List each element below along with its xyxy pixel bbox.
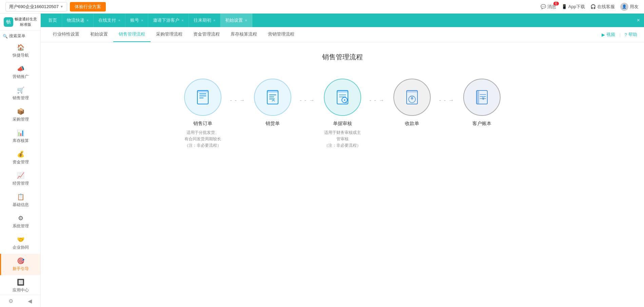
top-bar-right: 💬 消息 6 📱 App下载 🎧 在线客服 👤 用友	[541, 3, 639, 11]
sub-tab-finance-flow-label: 资金管理流程	[193, 32, 220, 37]
main-layout: 畅 畅捷通好生意 标准版 🔍 搜索菜单 🏠 快捷导航 📣 营销推广 🛒 销售管理	[0, 14, 644, 307]
sub-tab-sales-flow[interactable]: 销售管理流程	[113, 27, 151, 42]
tab-account-close[interactable]: ×	[141, 18, 143, 22]
svg-rect-6	[268, 91, 278, 93]
search-menu-button[interactable]: 🔍 搜索菜单	[0, 30, 40, 40]
tab-initial-balance[interactable]: 往来期初 ×	[189, 14, 220, 27]
app-download-label: App下载	[568, 4, 585, 10]
tab-logistics-close[interactable]: ×	[86, 18, 89, 22]
help-label: 帮助	[628, 32, 637, 38]
step-name-audit: 单据审核	[333, 121, 352, 127]
search-icon: 🔍	[3, 34, 8, 39]
tab-initial-balance-label: 往来期初	[194, 17, 211, 23]
sidebar-item-label: 快捷导航	[13, 53, 29, 58]
sidebar-items: 🏠 快捷导航 📣 营销推广 🛒 销售管理 📦 采购管理 📊 库存核算 💰	[0, 40, 40, 295]
sub-tab-purchase-flow[interactable]: 采购管理流程	[151, 27, 188, 42]
sidebar-item-label: 系统管理	[13, 223, 29, 229]
sub-tab-industry-label: 行业特性设置	[53, 32, 79, 37]
sidebar-item-marketing[interactable]: 📣 营销推广	[0, 62, 40, 83]
help-icon: ?	[625, 32, 627, 37]
account-book-icon: ¥	[473, 88, 491, 106]
sub-tab-purchase-flow-label: 采购管理流程	[156, 32, 182, 37]
app-download-button[interactable]: 📱 App下载	[562, 4, 585, 10]
sub-tabs: 行业特性设置 初始设置 销售管理流程 采购管理流程 资金管理流程 库存核算流程	[41, 27, 644, 42]
tab-initial-setup-label: 初始设置	[225, 17, 243, 23]
flow-area: 销售管理流程 销售订单	[41, 42, 644, 159]
sidebar-item-system[interactable]: ⚙ 系统管理	[0, 211, 40, 232]
sub-tab-inventory-flow[interactable]: 库存核算流程	[225, 27, 262, 42]
sidebar-item-app-center[interactable]: 🔲 应用中心	[0, 275, 40, 295]
tab-initial-setup[interactable]: 初始设置 ×	[220, 14, 252, 27]
sidebar-item-finance[interactable]: 💰 资金管理	[0, 147, 40, 168]
guide-icon: 🎯	[17, 257, 24, 265]
video-icon: ▶	[602, 32, 605, 37]
sidebar-item-basic-info[interactable]: 📋 基础信息	[0, 190, 40, 211]
flow-step-sales-order[interactable]: 销售订单 适用于分批发货、有合同发货周期较长（注：非必要流程）	[172, 79, 233, 149]
svg-rect-4	[198, 91, 208, 93]
tab-payment[interactable]: 在线支付 ×	[94, 14, 125, 27]
online-service-button[interactable]: 🎧 在线客服	[590, 4, 615, 10]
flow-title: 销售管理流程	[322, 53, 363, 62]
sidebar-item-inventory[interactable]: 📊 库存核算	[0, 126, 40, 147]
flow-steps: 销售订单 适用于分批发货、有合同发货周期较长（注：非必要流程） - - →	[54, 79, 630, 149]
sidebar-item-shortcuts[interactable]: 🏠 快捷导航	[0, 40, 40, 62]
sub-tab-marketing-flow[interactable]: 营销管理流程	[262, 27, 300, 42]
system-icon: ⚙	[18, 214, 23, 222]
search-label: 搜索菜单	[9, 33, 25, 39]
trial-button[interactable]: 体验行业方案	[70, 2, 106, 12]
sidebar-item-sales[interactable]: 🛒 销售管理	[0, 83, 40, 104]
online-service-label: 在线客服	[597, 4, 615, 10]
flow-step-audit[interactable]: 单据审核 适用于财务审核或主管审核（注：非必要流程）	[312, 79, 373, 149]
flow-step-delivery[interactable]: 销货单	[242, 79, 303, 129]
sub-tab-industry[interactable]: 行业特性设置	[47, 27, 85, 42]
sub-tab-inventory-flow-label: 库存核算流程	[231, 32, 257, 37]
marketing-icon: 📣	[17, 65, 24, 73]
collapse-icon[interactable]: ◀	[28, 298, 32, 304]
finance-icon: 💰	[17, 150, 24, 158]
sidebar-item-purchase[interactable]: 📦 采购管理	[0, 104, 40, 126]
tab-initial-setup-close[interactable]: ×	[245, 18, 247, 22]
sidebar-item-label: 企业协同	[13, 245, 29, 250]
svg-rect-19	[407, 91, 417, 93]
close-all-tabs-button[interactable]: ×	[637, 17, 640, 23]
sidebar-bottom: ⚙ ◀	[0, 295, 40, 307]
tab-home[interactable]: 首页	[43, 14, 62, 27]
sidebar-item-label: 经营管理	[13, 181, 29, 186]
sidebar-item-operation[interactable]: 📈 经营管理	[0, 168, 40, 190]
tab-invite-customer[interactable]: 邀请下游客户 ×	[148, 14, 189, 27]
operation-icon: 📈	[17, 172, 24, 179]
sidebar-item-label: 销售管理	[13, 95, 29, 101]
video-button[interactable]: ▶ 视频	[602, 32, 615, 38]
sub-tab-initial[interactable]: 初始设置	[85, 27, 113, 42]
tab-invite-customer-label: 邀请下游客户	[153, 17, 179, 23]
tab-logistics-label: 物流快递	[67, 17, 84, 23]
collab-icon: 🤝	[17, 236, 24, 243]
flow-step-receipt[interactable]: ¥ 收款单	[382, 79, 443, 129]
step-circle-account-book: ¥	[463, 79, 501, 116]
avatar: 👤	[620, 3, 628, 11]
tab-payment-label: 在线支付	[98, 17, 116, 23]
logo-text: 畅捷通好生意 标准版	[15, 17, 37, 27]
tab-invite-customer-close[interactable]: ×	[181, 18, 183, 22]
username-label: 用友	[630, 4, 639, 10]
sidebar-item-enterprise-collab[interactable]: 🤝 企业协同	[0, 232, 40, 254]
tab-initial-balance-close[interactable]: ×	[213, 18, 215, 22]
sidebar: 畅 畅捷通好生意 标准版 🔍 搜索菜单 🏠 快捷导航 📣 营销推广 🛒 销售管理	[0, 14, 41, 307]
sidebar-item-label: 新手引导	[13, 266, 29, 272]
tab-logistics[interactable]: 物流快递 ×	[62, 14, 94, 27]
tab-payment-close[interactable]: ×	[118, 18, 120, 22]
audit-icon	[334, 88, 351, 106]
message-icon: 💬	[541, 4, 546, 9]
sub-tab-initial-label: 初始设置	[90, 32, 108, 37]
message-button[interactable]: 💬 消息 6	[541, 4, 556, 10]
sidebar-item-newbie-guide[interactable]: 🎯 新手引导	[0, 254, 40, 275]
user-avatar-area[interactable]: 👤 用友	[620, 3, 639, 11]
flow-step-account-book[interactable]: ¥ 客户账本	[451, 79, 512, 129]
sidebar-item-label: 营销推广	[13, 74, 29, 80]
tab-account[interactable]: 账号 ×	[125, 14, 148, 27]
user-selector[interactable]: 用户690企业1660120507 ▼	[5, 2, 67, 12]
sub-tab-finance-flow[interactable]: 资金管理流程	[188, 27, 225, 42]
help-button[interactable]: ? 帮助	[625, 32, 637, 38]
step-name-account-book: 客户账本	[472, 121, 491, 127]
settings-icon[interactable]: ⚙	[8, 298, 13, 304]
